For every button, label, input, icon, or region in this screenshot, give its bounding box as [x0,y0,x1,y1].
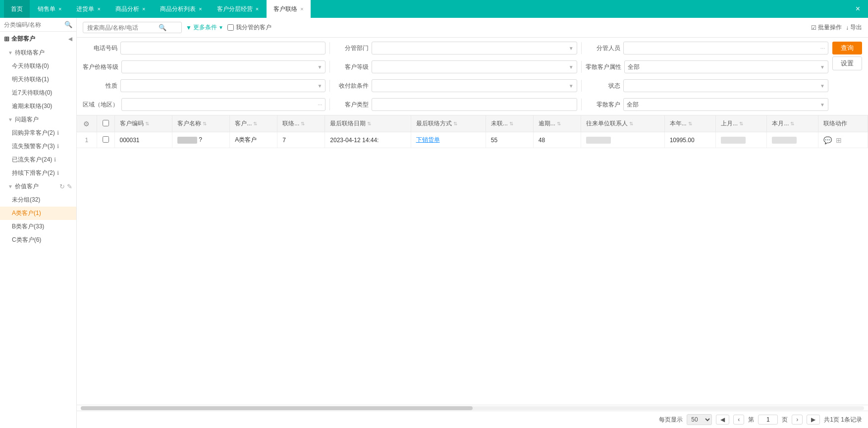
sidebar-item-overdue[interactable]: 逾期未联络(30) [0,100,76,113]
tab-customer-contact[interactable]: 客户联络 × [267,0,310,18]
filter-cell-status: 状态 ▼ [586,79,828,92]
dept-select[interactable]: ▼ [372,42,577,54]
customer-table: ⚙ 客户编码⇅ 客户名称⇅ 客户...⇅ [77,115,868,148]
td-last-method[interactable]: 下销货单 [411,132,486,148]
value-edit-icon[interactable]: ✎ [67,183,72,190]
td-no-contact: 55 [486,132,533,148]
th-gear[interactable]: ⚙ [77,115,97,132]
sidebar-item-today[interactable]: 今天待联络(0) [0,59,76,73]
tab-goods-analysis[interactable]: 商品分析 × [108,0,152,18]
close-all-tabs[interactable]: × [852,4,864,13]
my-customers-checkbox[interactable] [227,24,234,31]
close-goods-list-tab[interactable]: × [199,6,202,12]
filter-search-input[interactable] [87,24,157,31]
setting-button[interactable]: 设置 [832,56,862,70]
sidebar-item-churn-warning[interactable]: 流失预警客户(3) ℹ [0,140,76,153]
th-contact: 联络...⇅ [277,115,325,132]
close-sales-tab[interactable]: × [58,6,61,12]
tab-home[interactable]: 首页 [4,0,30,18]
retail-select[interactable]: 全部 ▼ [623,98,828,111]
this-month-blur [772,137,797,144]
info-icon-1: ℹ [57,130,59,136]
prev-page-btn[interactable]: ‹ [733,415,744,425]
pagination: 每页显示 50 100 200 ◀ ‹ 第 页 › ▶ 共1页 1条记录 [77,411,868,428]
tab-customer-tier[interactable]: 客户分层经营 × [210,0,266,18]
person-select[interactable]: ··· [623,42,828,54]
horizontal-scrollbar[interactable] [77,405,868,411]
status-select[interactable]: ▼ [623,79,828,92]
region-select[interactable]: ··· [121,98,326,111]
price-level-select[interactable]: ▼ [121,60,326,73]
unit-contact-blur [586,137,611,144]
close-customer-contact-tab[interactable]: × [300,6,303,12]
td-type: A类客户 [230,132,277,148]
ctype-input[interactable] [372,98,577,111]
sidebar-item-a-class[interactable]: A类客户(1) [0,207,76,220]
sort-contact-icon: ⇅ [301,121,305,126]
close-purchase-tab[interactable]: × [97,6,100,12]
all-customers-header[interactable]: ⊞ 全部客户 ◀ [0,32,76,46]
last-page-btn[interactable]: ▶ [807,415,820,425]
nature-select[interactable]: ▼ [120,79,326,92]
sidebar-item-declining[interactable]: 持续下滑客户(2) ℹ [0,166,76,180]
first-page-btn[interactable]: ◀ [716,415,729,425]
top-nav: 首页 销售单 × 进货单 × 商品分析 × 商品分析列表 × 客户分层经营 × … [0,0,868,18]
td-checkbox[interactable] [97,132,114,148]
retail-attr-select[interactable]: 全部 ▼ [624,60,828,73]
level-select[interactable]: ▼ [372,60,577,73]
sidebar-collapse-icon[interactable]: ◀ [68,36,72,42]
select-all-checkbox[interactable] [103,120,109,126]
tab-purchase[interactable]: 进货单 × [69,0,107,18]
payment-chevron: ▼ [569,83,574,89]
sidebar-item-churned[interactable]: 已流失客户(24) ℹ [0,153,76,166]
th-this-year: 本年...⇅ [664,115,715,132]
scrollbar-track[interactable] [81,406,864,410]
sidebar-item-7days[interactable]: 近7天待联络(0) [0,86,76,100]
last-method-link[interactable]: 下销货单 [416,136,440,143]
payment-select[interactable]: ▼ [372,79,577,92]
next-page-btn[interactable]: › [792,415,803,425]
action-qr-icon[interactable]: ⊞ [836,136,842,144]
gear-icon[interactable]: ⚙ [83,120,90,128]
scrollbar-thumb[interactable] [81,406,473,410]
filter-more-btn[interactable]: ▼ 更多条件 ▼ [186,23,223,32]
sort-method-icon: ⇅ [453,121,457,126]
sidebar-item-tomorrow[interactable]: 明天待联络(1) [0,73,76,86]
group-pending-contact[interactable]: ▼ 待联络客户 [0,46,76,59]
sidebar-item-repurchase-anomaly[interactable]: 回购异常客户(2) ℹ [0,126,76,140]
query-button[interactable]: 查询 [832,42,862,54]
sidebar-item-b-class[interactable]: B类客户(33) [0,220,76,233]
sidebar-item-c-class[interactable]: C类客户(6) [0,233,76,247]
filter-search-icon[interactable]: 🔍 [159,24,166,31]
tab-goods-list[interactable]: 商品分析列表 × [153,0,209,18]
close-goods-tab[interactable]: × [142,6,145,12]
value-refresh-icon[interactable]: ↻ [59,183,65,190]
per-page-select[interactable]: 50 100 200 [687,414,712,425]
filter-cell-retail: 零散客户 全部 ▼ [586,98,828,111]
total-label: 共1页 1条记录 [824,416,862,424]
filter-search-wrap: 🔍 [83,22,182,33]
filter-cell-phone: 电话号码 [83,42,326,54]
td-this-year: 10995.00 [664,132,715,148]
row-checkbox[interactable] [103,136,109,143]
sort-month-icon: ⇅ [790,121,794,126]
th-code: 客户编码⇅ [114,115,172,132]
sort-code-icon: ⇅ [145,121,149,126]
export-btn[interactable]: ↓ 导出 [846,23,862,32]
group-value-customers[interactable]: ▼ 价值客户 ↻ ✎ [0,180,76,193]
table-wrap: ⚙ 客户编码⇅ 客户名称⇅ 客户...⇅ [77,115,868,405]
batch-op-btn[interactable]: ☑ 批量操作 [811,23,842,32]
sidebar-search-icon[interactable]: 🔍 [64,21,72,28]
action-comment-icon[interactable]: 💬 [823,136,832,144]
group-problem-customers[interactable]: ▼ 问题客户 [0,113,76,126]
phone-input[interactable] [120,42,326,54]
page-input[interactable] [758,415,778,425]
sidebar-search-input[interactable] [4,21,62,28]
sort-no-contact-icon: ⇅ [509,121,513,126]
sidebar-item-ungrouped[interactable]: 未分组(32) [0,193,76,207]
close-customer-tier-tab[interactable]: × [256,6,259,12]
tab-sales[interactable]: 销售单 × [31,0,68,18]
name-blur [177,137,197,144]
th-checkbox [97,115,114,132]
table-row: 1 000031 ? A类客户 7 2023-04-12 14:44: [77,132,868,148]
